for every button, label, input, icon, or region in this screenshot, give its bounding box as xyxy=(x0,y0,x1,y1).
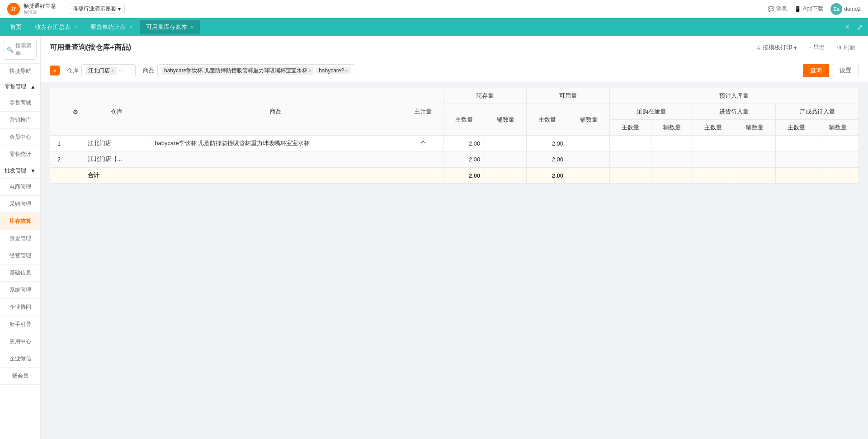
warehouse-tag-close[interactable]: × xyxy=(111,68,114,73)
template-print-label: 按模板打印 xyxy=(763,43,792,52)
sidebar-item-quick-nav[interactable]: 快捷导航 xyxy=(0,64,40,79)
sidebar-item-enterprise[interactable]: 企业协同 xyxy=(0,299,40,316)
print-icon: 🖨 xyxy=(755,44,761,51)
message-button[interactable]: 💬 消息 xyxy=(768,5,787,13)
template-print-button[interactable]: 🖨 按模板打印 ▾ xyxy=(751,42,801,53)
sidebar-group-retail-header[interactable]: 零售管理 ▲ xyxy=(0,79,40,94)
th-settings: ⚙ xyxy=(68,88,83,136)
tab-receive-summary-label: 收发存汇总表 xyxy=(35,23,71,31)
filter-expand-button[interactable]: » xyxy=(50,66,60,76)
page-header: 可用量查询(按仓库+商品) 🖨 按模板打印 ▾ ↑ 导出 ↺ 刷新 xyxy=(41,36,868,59)
cell-warehouse-2: 江北门店【... xyxy=(83,151,150,168)
footer-label-cell xyxy=(50,167,83,184)
sidebar-group-wholesale-header[interactable]: 批发管理 ▼ xyxy=(0,163,40,179)
footer-purchase-aux xyxy=(651,167,693,184)
cell-unit-1: 个 xyxy=(402,136,443,151)
cell-product-main-2 xyxy=(776,151,817,168)
tab-available-ledger[interactable]: 可用量库存账本 × xyxy=(140,20,200,34)
cell-purchase-main-2 xyxy=(609,151,651,168)
tab-available-ledger-label: 可用量库存账本 xyxy=(146,23,187,31)
footer-avail-aux xyxy=(568,167,610,184)
filter-bar: » 仓库 江北门店 × ··· 商品 babycare学饮杯 儿童防摔防撞吸管杯… xyxy=(41,59,868,82)
cell-product-aux-2 xyxy=(817,151,859,168)
sidebar-item-appstore[interactable]: 应用中心 xyxy=(0,333,40,350)
org-selector[interactable]: 母婴行业演示账套 ▾ xyxy=(69,4,125,14)
settings-button[interactable]: 设置 xyxy=(832,64,859,77)
sidebar-item-ecommerce[interactable]: 电商管理 xyxy=(0,179,40,196)
tab-receive-summary-close[interactable]: × xyxy=(74,24,77,30)
tab-home-label: 首页 xyxy=(10,23,22,31)
refresh-icon: ↺ xyxy=(837,44,842,51)
warehouse-filter-input[interactable]: 江北门店 × ··· xyxy=(81,64,136,77)
nav-tabs: 首页 收发存汇总表 × 要货单统计表 × 可用量库存账本 × × ⤢ xyxy=(0,18,868,36)
sidebar-item-system[interactable]: 系统管理 xyxy=(0,282,40,299)
tab-home[interactable]: 首页 xyxy=(4,20,28,34)
tab-order-stats[interactable]: 要货单统计表 × xyxy=(84,20,138,34)
product-filter-input[interactable]: babycare学饮杯 儿童防摔防撞吸管杯重力球吸嘴杯宝宝水杯 × babyca… xyxy=(157,64,355,77)
cell-avail-aux-1 xyxy=(568,136,610,151)
sidebar-item-inventory[interactable]: 库存核算 xyxy=(0,213,40,230)
th-available-group: 可用量 xyxy=(527,88,610,104)
sidebar-item-member[interactable]: 畅会员 xyxy=(0,368,40,385)
product-filter-group: 商品 babycare学饮杯 儿童防摔防撞吸管杯重力球吸嘴杯宝宝水杯 × bab… xyxy=(143,64,355,77)
message-icon: 💬 xyxy=(768,6,774,12)
tab-receive-summary[interactable]: 收发存汇总表 × xyxy=(29,20,83,34)
sidebar-item-members[interactable]: 会员中心 xyxy=(0,129,40,146)
cell-purchase-main-1 xyxy=(609,136,651,151)
table-container: ⚙ 仓库 商品 主计量 现存量 可用量 预计入库量 主数量 辅数量 主数量 辅数… xyxy=(41,82,868,439)
top-bar-right: 💬 消息 📱 App下载 Ea demo2 xyxy=(768,3,861,15)
product-tag1-close[interactable]: × xyxy=(309,68,311,73)
sidebar-item-retail-mall[interactable]: 零售商城 xyxy=(0,94,40,112)
app-download-button[interactable]: 📱 App下载 xyxy=(794,5,823,13)
footer-product-main xyxy=(776,167,817,184)
th-product-main: 主数量 xyxy=(776,120,817,136)
close-all-tabs-button[interactable]: × xyxy=(844,21,851,33)
th-current-aux-qty: 辅数量 xyxy=(485,104,527,136)
data-table: ⚙ 仓库 商品 主计量 现存量 可用量 预计入库量 主数量 辅数量 主数量 辅数… xyxy=(50,88,859,184)
sidebar-item-operations[interactable]: 经营管理 xyxy=(0,247,40,264)
tab-order-stats-close[interactable]: × xyxy=(129,24,132,30)
logo-sub: 标准版 xyxy=(24,9,56,15)
sidebar-item-retail-stats[interactable]: 零售统计 xyxy=(0,146,40,163)
th-arrival-aux: 辅数量 xyxy=(734,120,776,136)
warehouse-filter-group: 仓库 江北门店 × ··· xyxy=(67,64,136,77)
top-bar: 好 畅捷通好生意 标准版 母婴行业演示账套 ▾ 💬 消息 📱 App下载 Ea … xyxy=(0,0,868,18)
chevron-up-icon: ▲ xyxy=(30,84,36,90)
refresh-button[interactable]: ↺ 刷新 xyxy=(833,42,859,53)
sidebar-search: 🔍 搜索菜单 xyxy=(0,36,40,64)
footer-arrival-main xyxy=(693,167,734,184)
sidebar-item-newbie[interactable]: 新手引导 xyxy=(0,316,40,333)
th-arrival-main: 主数量 xyxy=(693,120,734,136)
sidebar-item-finance[interactable]: 资金管理 xyxy=(0,230,40,247)
footer-arrival-aux xyxy=(734,167,776,184)
warehouse-filter-more[interactable]: ··· xyxy=(118,67,123,74)
app-download-label: App下载 xyxy=(803,5,823,13)
footer-current-aux xyxy=(485,167,527,184)
cell-current-main-2: 2.00 xyxy=(443,151,485,168)
sidebar-item-basic[interactable]: 基础信息 xyxy=(0,264,40,282)
query-button[interactable]: 查询 xyxy=(803,64,829,77)
settings-gear-icon[interactable]: ⚙ xyxy=(73,109,78,115)
sidebar-item-purchase[interactable]: 采购管理 xyxy=(0,196,40,213)
sidebar-group-retail-label: 零售管理 xyxy=(5,83,26,90)
sidebar: 🔍 搜索菜单 快捷导航 零售管理 ▲ 零售商城 营销推广 会员中心 零售统计 批… xyxy=(0,36,41,439)
export-button[interactable]: ↑ 导出 xyxy=(805,42,829,53)
cell-product-aux-1 xyxy=(817,136,859,151)
table-footer-row: 合计 2.00 2.00 xyxy=(50,167,859,184)
cell-warehouse-1: 江北门店 xyxy=(83,136,150,151)
main-layout: 🔍 搜索菜单 快捷导航 零售管理 ▲ 零售商城 营销推广 会员中心 零售统计 批… xyxy=(0,36,868,439)
cell-arrival-main-1 xyxy=(693,136,734,151)
sidebar-item-marketing[interactable]: 营销推广 xyxy=(0,112,40,129)
product-tag-2: babycare?··· xyxy=(316,67,351,74)
user-name: demo2 xyxy=(844,6,861,12)
cell-product-2 xyxy=(150,151,402,168)
search-menu-button[interactable]: 🔍 搜索菜单 xyxy=(4,40,37,60)
page-title: 可用量查询(按仓库+商品) xyxy=(50,43,131,52)
sidebar-item-wechat[interactable]: 企业微信 xyxy=(0,350,40,368)
maximize-button[interactable]: ⤢ xyxy=(855,21,864,33)
user-profile[interactable]: Ea demo2 xyxy=(830,3,861,15)
footer-avail-main: 2.00 xyxy=(527,167,568,184)
tab-available-ledger-close[interactable]: × xyxy=(191,24,193,30)
footer-product-aux xyxy=(817,167,859,184)
cell-purchase-aux-1 xyxy=(651,136,693,151)
